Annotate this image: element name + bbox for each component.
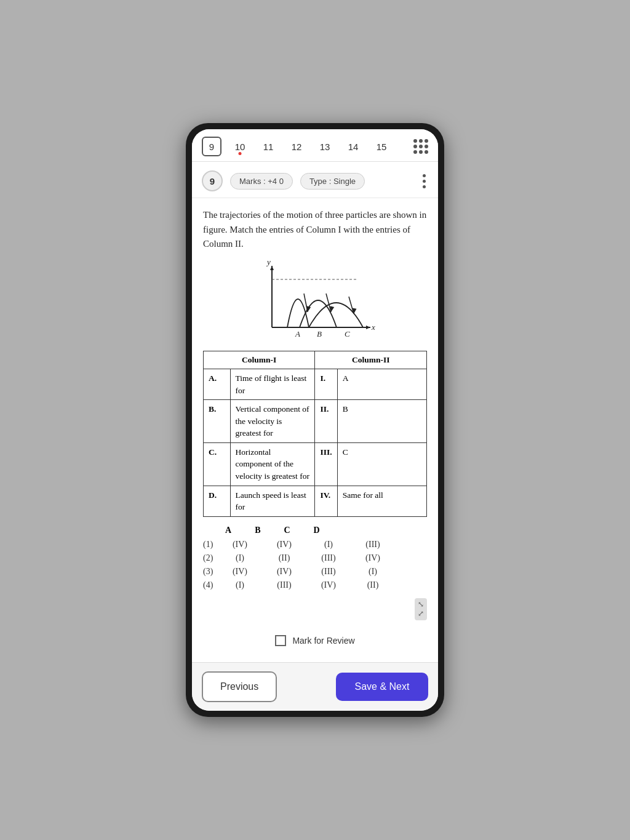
option-1[interactable]: (1) (IV) (IV) (I) (III) bbox=[203, 538, 427, 551]
row-i-text: A bbox=[337, 369, 426, 400]
match-table: Column-I Column-II A. Time of flight is … bbox=[203, 351, 427, 517]
question-header: 9 Marks : +4 0 Type : Single bbox=[192, 162, 438, 198]
nav-item-12[interactable]: 12 bbox=[287, 137, 306, 156]
nav-item-10[interactable]: 10 bbox=[230, 137, 250, 156]
opt1-d: (III) bbox=[359, 540, 386, 550]
option-2[interactable]: (2) (I) (II) (III) (IV) bbox=[203, 551, 427, 565]
nav-item-14[interactable]: 14 bbox=[343, 137, 363, 156]
nav-item-15[interactable]: 15 bbox=[372, 137, 391, 156]
marks-badge: Marks : +4 0 bbox=[230, 173, 293, 190]
option-1-vals: (IV) (IV) (I) (III) bbox=[226, 540, 386, 550]
svg-text:B: B bbox=[317, 329, 322, 338]
opt1-a: (IV) bbox=[226, 540, 253, 550]
row-i-id: I. bbox=[315, 369, 337, 400]
option-4-num: (4) bbox=[203, 580, 220, 590]
row-c-text: Horizontal component of the velocity is … bbox=[230, 442, 315, 486]
row-b-text: Vertical component of the velocity is gr… bbox=[230, 400, 315, 443]
col-a-header: A bbox=[225, 526, 231, 535]
nav-item-9[interactable]: 9 bbox=[202, 137, 221, 156]
menu-dot-2 bbox=[423, 180, 426, 183]
col-c-header: C bbox=[284, 526, 290, 535]
option-3[interactable]: (3) (IV) (IV) (III) (I) bbox=[203, 565, 427, 578]
table-row: D. Launch speed is least for IV. Same fo… bbox=[204, 486, 427, 516]
phone-frame: 9 10 11 12 13 14 15 9 Marks : +4 0 Type … bbox=[186, 123, 444, 716]
options-area: A B C D (1) (IV) (IV) (I) (III) (2) bbox=[203, 526, 427, 592]
row-ii-id: II. bbox=[315, 400, 337, 443]
svg-marker-2 bbox=[366, 326, 370, 329]
option-2-vals: (I) (II) (III) (IV) bbox=[226, 553, 386, 563]
option-3-num: (3) bbox=[203, 567, 220, 577]
nav-item-11[interactable]: 11 bbox=[258, 137, 278, 156]
row-ii-text: B bbox=[337, 400, 426, 443]
opt4-c: (IV) bbox=[315, 580, 342, 590]
nav-bar: 9 10 11 12 13 14 15 bbox=[192, 129, 438, 162]
mark-for-review-checkbox[interactable] bbox=[275, 635, 286, 646]
type-badge: Type : Single bbox=[300, 173, 365, 190]
bottom-bar: Previous Save & Next bbox=[192, 662, 438, 711]
opt2-c: (III) bbox=[315, 553, 342, 563]
opt1-c: (I) bbox=[315, 540, 342, 550]
content-area: The trajectories of the motion of three … bbox=[192, 198, 438, 662]
opt4-b: (III) bbox=[271, 580, 298, 590]
opt2-a: (I) bbox=[226, 553, 253, 563]
option-4-vals: (I) (III) (IV) (II) bbox=[226, 580, 386, 590]
row-d-text: Launch speed is least for bbox=[230, 486, 315, 516]
svg-text:y: y bbox=[266, 260, 271, 266]
column2-header: Column-II bbox=[315, 351, 427, 369]
row-iv-id: IV. bbox=[315, 486, 337, 516]
graph-container: y x bbox=[203, 260, 427, 340]
col-d-header: D bbox=[314, 526, 320, 535]
row-c-id: C. bbox=[204, 442, 231, 486]
opt1-b: (IV) bbox=[271, 540, 298, 550]
menu-dot-3 bbox=[423, 185, 426, 188]
option-3-vals: (IV) (IV) (III) (I) bbox=[226, 567, 386, 577]
option-4[interactable]: (4) (I) (III) (IV) (II) bbox=[203, 578, 427, 592]
opt2-b: (II) bbox=[271, 553, 298, 563]
options-header: A B C D bbox=[203, 526, 427, 535]
mark-for-review-label: Mark for Review bbox=[292, 636, 354, 646]
row-d-id: D. bbox=[204, 486, 231, 516]
opt3-d: (I) bbox=[359, 567, 386, 577]
option-1-num: (1) bbox=[203, 540, 220, 550]
more-questions-icon[interactable] bbox=[413, 139, 428, 154]
opt3-b: (IV) bbox=[271, 567, 298, 577]
svg-marker-3 bbox=[270, 266, 274, 270]
svg-text:A: A bbox=[295, 329, 300, 338]
row-iii-text: C bbox=[337, 442, 426, 486]
question-text: The trajectories of the motion of three … bbox=[203, 208, 427, 251]
option-2-num: (2) bbox=[203, 553, 220, 563]
question-number-badge: 9 bbox=[202, 170, 223, 191]
opt3-a: (IV) bbox=[226, 567, 253, 577]
opt4-a: (I) bbox=[226, 580, 253, 590]
opt3-c: (III) bbox=[315, 567, 342, 577]
svg-text:C: C bbox=[345, 329, 350, 338]
row-a-id: A. bbox=[204, 369, 231, 400]
table-row: A. Time of flight is least for I. A bbox=[204, 369, 427, 400]
trajectory-graph: y x bbox=[253, 260, 377, 340]
svg-text:x: x bbox=[371, 322, 375, 332]
row-b-id: B. bbox=[204, 400, 231, 443]
opt4-d: (II) bbox=[359, 580, 386, 590]
opt2-d: (IV) bbox=[359, 553, 386, 563]
nav-item-13[interactable]: 13 bbox=[315, 137, 335, 156]
review-row: Mark for Review bbox=[203, 624, 427, 652]
table-row: C. Horizontal component of the velocity … bbox=[204, 442, 427, 486]
col-b-header: B bbox=[255, 526, 260, 535]
row-a-text: Time of flight is least for bbox=[230, 369, 315, 400]
phone-screen: 9 10 11 12 13 14 15 9 Marks : +4 0 Type … bbox=[192, 129, 438, 710]
resize-icon[interactable]: ⤡⤢ bbox=[415, 598, 427, 620]
row-iii-id: III. bbox=[315, 442, 337, 486]
previous-button[interactable]: Previous bbox=[202, 671, 277, 702]
question-menu-button[interactable] bbox=[420, 172, 428, 191]
row-iv-text: Same for all bbox=[337, 486, 426, 516]
column1-header: Column-I bbox=[204, 351, 315, 369]
menu-dot-1 bbox=[423, 174, 426, 177]
save-next-button[interactable]: Save & Next bbox=[336, 673, 428, 701]
table-row: B. Vertical component of the velocity is… bbox=[204, 400, 427, 443]
